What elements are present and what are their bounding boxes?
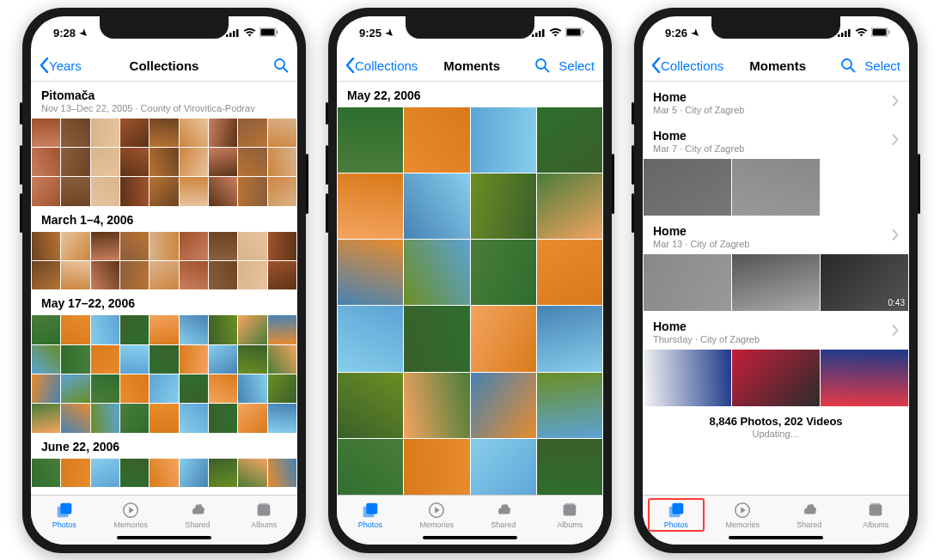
content-scroll[interactable]: May 22, 2006 [337, 82, 603, 495]
photo-thumb[interactable] [238, 119, 266, 147]
photo-thumb[interactable] [61, 315, 89, 344]
photo-thumb[interactable] [471, 306, 536, 371]
photo-thumb[interactable] [268, 374, 296, 403]
photo-thumb[interactable] [180, 177, 208, 205]
tab-shared[interactable]: Shared [172, 501, 223, 529]
section-header[interactable]: May 17–22, 2006 [31, 289, 297, 315]
photo-thumb[interactable] [150, 374, 178, 403]
photo-thumb[interactable] [61, 119, 89, 147]
photo-thumb[interactable] [91, 459, 119, 487]
home-indicator[interactable] [117, 536, 211, 539]
photo-thumb[interactable] [821, 350, 908, 406]
photo-thumb[interactable] [268, 345, 296, 374]
photo-thumb[interactable] [91, 119, 119, 147]
back-button[interactable]: Years [40, 58, 82, 73]
photo-thumb[interactable] [150, 148, 178, 176]
photo-thumb[interactable] [537, 173, 602, 239]
photo-thumb[interactable] [238, 459, 266, 487]
photo-thumb[interactable] [238, 404, 266, 432]
photo-thumb[interactable] [238, 177, 266, 205]
photo-thumb[interactable] [209, 148, 237, 176]
photo-thumb[interactable] [150, 315, 178, 344]
photo-thumb[interactable] [732, 254, 820, 311]
photo-thumb[interactable] [209, 119, 237, 147]
photo-thumb[interactable] [268, 459, 296, 487]
photo-thumb[interactable] [120, 459, 149, 487]
photo-thumb[interactable] [268, 148, 296, 176]
photo-thumb[interactable] [404, 373, 469, 438]
photo-thumb[interactable] [150, 345, 178, 374]
photo-thumb[interactable] [338, 107, 403, 173]
photo-thumb[interactable] [209, 345, 237, 374]
search-button[interactable] [534, 58, 550, 73]
photo-thumb[interactable] [268, 119, 296, 147]
photo-thumb[interactable] [32, 459, 60, 487]
tab-memories[interactable]: Memories [411, 501, 462, 529]
photo-thumb[interactable] [120, 315, 149, 344]
photo-thumb[interactable] [238, 315, 266, 344]
photo-thumb[interactable] [338, 373, 403, 438]
photo-thumb[interactable] [732, 159, 820, 216]
photo-thumb[interactable] [238, 148, 266, 176]
photo-thumb[interactable] [471, 173, 536, 239]
photo-thumb[interactable] [238, 261, 266, 289]
photo-thumb[interactable] [268, 232, 296, 260]
photo-thumb[interactable] [537, 240, 602, 305]
moment-header[interactable]: HomeMar 7 · City of Zagreb [643, 120, 909, 159]
tab-albums[interactable]: Albums [238, 501, 290, 529]
photo-thumb[interactable] [32, 261, 60, 289]
photo-thumb[interactable] [91, 374, 119, 403]
photo-thumb[interactable] [180, 148, 208, 176]
photo-thumb[interactable] [471, 373, 536, 438]
photo-thumb[interactable] [338, 439, 403, 495]
section-header[interactable]: March 1–4, 2006 [31, 206, 297, 232]
photo-thumb[interactable] [91, 404, 119, 432]
photo-thumb[interactable] [180, 404, 208, 432]
content-scroll[interactable]: HomeMar 5 · City of ZagrebHomeMar 7 · Ci… [643, 82, 909, 495]
photo-thumb[interactable] [120, 345, 149, 374]
moment-header[interactable]: HomeMar 13 · City of Zagreb [643, 216, 909, 254]
photo-thumb[interactable] [91, 315, 119, 344]
photo-thumb[interactable] [61, 261, 89, 289]
photo-thumb[interactable]: 0:43 [821, 254, 908, 311]
photo-thumb[interactable] [732, 350, 820, 406]
photo-thumb[interactable] [180, 459, 208, 487]
photo-thumb[interactable] [180, 345, 208, 374]
photo-thumb[interactable] [404, 306, 469, 371]
photo-thumb[interactable] [91, 148, 119, 176]
photo-thumb[interactable] [404, 173, 469, 239]
photo-thumb[interactable] [61, 177, 89, 205]
photo-thumb[interactable] [32, 148, 60, 176]
photo-thumb[interactable] [180, 261, 208, 289]
photo-thumb[interactable] [209, 374, 237, 403]
tab-memories[interactable]: Memories [717, 501, 768, 529]
photo-thumb[interactable] [537, 373, 602, 438]
photo-thumb[interactable] [209, 177, 237, 205]
photo-thumb[interactable] [150, 404, 178, 432]
tab-albums[interactable]: Albums [850, 501, 901, 529]
photo-thumb[interactable] [91, 177, 119, 205]
photo-thumb[interactable] [471, 439, 536, 495]
home-indicator[interactable] [729, 536, 823, 539]
photo-thumb[interactable] [61, 345, 89, 374]
back-button[interactable]: Collections [345, 58, 418, 73]
photo-thumb[interactable] [150, 261, 178, 289]
photo-thumb[interactable] [644, 159, 731, 216]
photo-thumb[interactable] [644, 350, 731, 406]
select-button[interactable]: Select [864, 58, 900, 73]
photo-thumb[interactable] [91, 261, 119, 289]
moment-header[interactable]: HomeThursday · City of Zagreb [643, 311, 909, 350]
search-button[interactable] [840, 58, 856, 73]
photo-thumb[interactable] [32, 315, 60, 344]
back-button[interactable]: Collections [651, 58, 723, 73]
photo-thumb[interactable] [238, 374, 266, 403]
moment-header[interactable]: HomeMar 5 · City of Zagreb [643, 82, 909, 120]
photo-thumb[interactable] [91, 232, 119, 260]
search-button[interactable] [273, 58, 289, 73]
tab-memories[interactable]: Memories [105, 501, 156, 529]
select-button[interactable]: Select [559, 58, 595, 73]
photo-thumb[interactable] [537, 439, 602, 495]
photo-thumb[interactable] [537, 107, 602, 173]
photo-thumb[interactable] [338, 173, 403, 239]
section-header[interactable]: June 22, 2006 [31, 433, 297, 459]
